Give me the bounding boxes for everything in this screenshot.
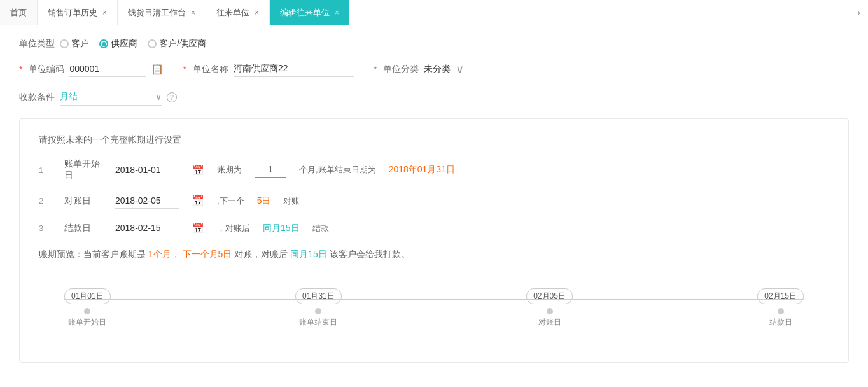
settle-cal-2[interactable]: 📅 xyxy=(192,195,204,207)
unit-classify-dropdown[interactable]: 未分类 ∨ xyxy=(424,62,519,76)
settlement-hint: 请按照未来的一个完整帐期进行设置 xyxy=(39,134,829,146)
settle-date-2[interactable] xyxy=(115,193,179,209)
radio-customer[interactable]: 客户 xyxy=(60,38,89,50)
radio-customer-supplier[interactable]: 客户/供应商 xyxy=(148,38,206,50)
tab-bar: 首页 销售订单历史 × 钱货日清工作台 × 往来单位 × 编辑往来单位 × › xyxy=(0,0,868,25)
tab-sales-order-label: 销售订单历史 xyxy=(48,7,97,18)
preview-suffix: 该客户会给我打款。 xyxy=(330,249,410,259)
radio-customer-circle xyxy=(60,39,69,48)
settle-label-1: 账单开始日 xyxy=(64,158,102,181)
help-icon[interactable]: ? xyxy=(167,92,177,102)
unit-name-group: * 单位名称 xyxy=(183,61,354,77)
unit-name-star: * xyxy=(183,64,186,74)
tab-cash-work-label: 钱货日清工作台 xyxy=(128,7,186,18)
preview-period: 1个月， xyxy=(148,249,180,259)
unit-code-label: 单位编码 xyxy=(29,64,64,75)
unit-type-label: 单位类型 xyxy=(19,38,55,50)
preview-middle: 对账，对账后 xyxy=(234,249,288,259)
radio-customer-supplier-label: 客户/供应商 xyxy=(159,38,206,50)
payment-row: 收款条件 月结 ∨ ? xyxy=(19,88,849,106)
settle-label-3: 结款日 xyxy=(64,223,102,234)
settle-end-date-colored: 2018年01月31日 xyxy=(389,164,455,176)
main-content: 单位类型 客户 供应商 客户/供应商 xyxy=(0,25,868,387)
settlement-box: 请按照未来的一个完整帐期进行设置 1 账单开始日 📅 账期为 个月,账单结束日期… xyxy=(19,118,849,363)
radio-customer-supplier-circle xyxy=(148,39,157,48)
preview-text: 账期预览：当前客户账期是 1个月， 下一个月5日 对账，对账后 同月15日 该客… xyxy=(39,249,829,260)
settle-desc-suffix-2: 对账 xyxy=(283,195,300,207)
timeline-dot-1 xyxy=(84,308,90,314)
settle-date-1[interactable] xyxy=(115,162,179,178)
tab-partner-label: 往来单位 xyxy=(216,7,249,18)
preview-prefix: 账期预览：当前客户账期是 xyxy=(39,249,146,259)
radio-customer-label: 客户 xyxy=(71,38,89,50)
unit-info-row: * 单位编码 📋 * 单位名称 * 单位分类 未分类 ∨ xyxy=(19,61,849,77)
settle-desc-prefix-3: ，对账后 xyxy=(217,223,250,234)
unit-classify-group: * 单位分类 未分类 ∨ xyxy=(374,62,519,76)
timeline: 01月01日 账单开始日 01月31日 账单结束日 02月05日 对账日 xyxy=(39,276,829,347)
settle-next-month-colored: 5日 xyxy=(257,195,271,207)
tab-sales-order[interactable]: 销售订单历史 × xyxy=(38,0,118,25)
payment-label: 收款条件 xyxy=(19,92,55,103)
timeline-date-1: 01月01日 xyxy=(64,288,111,304)
timeline-node-4: 02月15日 结款日 xyxy=(757,288,804,328)
unit-type-radios: 客户 供应商 客户/供应商 xyxy=(60,38,206,50)
settle-same-month-colored: 同月15日 xyxy=(263,223,300,234)
unit-code-group: * 单位编码 📋 xyxy=(19,61,164,77)
settle-cal-3[interactable]: 📅 xyxy=(192,222,204,234)
settle-date-3[interactable] xyxy=(115,220,179,236)
unit-type-group: 单位类型 客户 供应商 客户/供应商 xyxy=(19,38,206,50)
timeline-date-4: 02月15日 xyxy=(757,288,804,304)
settle-desc-prefix-2: ,下一个 xyxy=(217,195,244,207)
tab-sales-order-close[interactable]: × xyxy=(102,8,107,17)
tab-edit-partner[interactable]: 编辑往来单位 × xyxy=(270,0,349,25)
unit-name-input[interactable] xyxy=(234,61,354,77)
settle-desc-suffix-1: 个月,账单结束日期为 xyxy=(299,164,376,176)
radio-supplier-label: 供应商 xyxy=(111,38,137,50)
timeline-dot-2 xyxy=(315,308,321,314)
timeline-line xyxy=(64,299,804,300)
unit-code-icon[interactable]: 📋 xyxy=(151,63,164,75)
preview-pay: 同月15日 xyxy=(290,249,327,259)
timeline-caption-3: 对账日 xyxy=(538,317,561,328)
settle-row-3: 3 结款日 📅 ，对账后 同月15日 结款 xyxy=(39,220,829,236)
preview-next: 下一个月5日 xyxy=(183,249,232,259)
timeline-caption-1: 账单开始日 xyxy=(68,317,106,328)
timeline-date-2: 01月31日 xyxy=(295,288,342,304)
payment-select[interactable]: 月结 ∨ xyxy=(60,88,162,106)
timeline-nodes: 01月01日 账单开始日 01月31日 账单结束日 02月05日 对账日 xyxy=(64,288,804,328)
timeline-caption-4: 结款日 xyxy=(769,317,792,328)
tab-cash-work-close[interactable]: × xyxy=(191,8,195,17)
settle-period-input[interactable] xyxy=(255,162,286,178)
classify-arrow-icon: ∨ xyxy=(456,62,464,76)
timeline-node-3: 02月05日 对账日 xyxy=(526,288,573,328)
tab-edit-partner-close[interactable]: × xyxy=(335,8,339,17)
radio-supplier-circle xyxy=(99,39,108,48)
settle-num-3: 3 xyxy=(39,223,52,233)
settle-desc-suffix-3: 结款 xyxy=(312,223,329,234)
timeline-dot-3 xyxy=(547,308,553,314)
tab-more-button[interactable]: › xyxy=(850,0,868,25)
payment-arrow-icon: ∨ xyxy=(155,92,162,102)
unit-code-star: * xyxy=(19,64,22,74)
timeline-node-1: 01月01日 账单开始日 xyxy=(64,288,111,328)
tab-cash-work[interactable]: 钱货日清工作台 × xyxy=(118,0,206,25)
unit-classify-star: * xyxy=(374,64,377,74)
tab-edit-partner-label: 编辑往来单位 xyxy=(280,7,330,18)
unit-classify-value: 未分类 xyxy=(424,64,451,75)
tab-partner-close[interactable]: × xyxy=(255,8,259,17)
tab-home-label: 首页 xyxy=(10,7,27,18)
tab-home[interactable]: 首页 xyxy=(0,0,38,25)
payment-group: 收款条件 月结 ∨ ? xyxy=(19,88,177,106)
radio-supplier[interactable]: 供应商 xyxy=(99,38,137,50)
unit-code-input[interactable] xyxy=(69,61,146,77)
timeline-date-3: 02月05日 xyxy=(526,288,573,304)
settle-desc-prefix-1: 账期为 xyxy=(217,164,242,176)
settle-row-2: 2 对账日 📅 ,下一个 5日 对账 xyxy=(39,193,829,209)
settle-cal-1[interactable]: 📅 xyxy=(192,164,204,176)
payment-value: 月结 xyxy=(60,91,78,102)
settle-num-1: 1 xyxy=(39,165,52,175)
timeline-caption-2: 账单结束日 xyxy=(299,317,337,328)
tab-partner[interactable]: 往来单位 × xyxy=(206,0,270,25)
timeline-dot-4 xyxy=(778,308,784,314)
timeline-node-2: 01月31日 账单结束日 xyxy=(295,288,342,328)
